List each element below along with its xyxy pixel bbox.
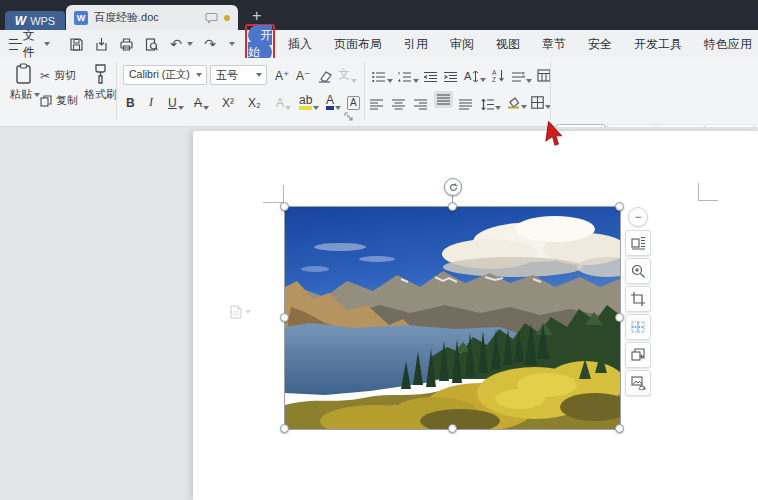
qat-more-chevron[interactable] [229, 42, 235, 46]
export-pdf-button[interactable] [93, 36, 109, 52]
highlight-color-button[interactable]: ab [299, 94, 319, 110]
align-right-button[interactable] [414, 94, 427, 110]
align-left-button[interactable] [370, 94, 383, 110]
show-marks-button[interactable]: ¶ [512, 67, 532, 83]
tab-page-layout[interactable]: 页面布局 [323, 32, 393, 57]
font-dialog-launcher[interactable] [344, 112, 357, 125]
resize-handle-e[interactable] [615, 313, 624, 322]
group-separator [550, 62, 551, 120]
format-painter-label: 格式刷 [84, 87, 117, 102]
grow-font-button[interactable]: A⁺ [275, 67, 289, 83]
zoom-picture-button[interactable] [625, 258, 651, 284]
resize-handle-nw[interactable] [280, 202, 289, 211]
svg-text:A: A [492, 69, 497, 76]
redo-button[interactable]: ↷ [202, 36, 218, 52]
selected-picture[interactable] [285, 207, 620, 429]
font-color-button[interactable]: A [326, 94, 341, 110]
tab-home[interactable]: 开始 [248, 25, 272, 62]
comment-bubble-icon[interactable] [205, 12, 218, 24]
shading-button[interactable] [507, 93, 527, 109]
borders-button[interactable] [531, 93, 551, 109]
print-button[interactable] [118, 36, 134, 52]
tab-review[interactable]: 审阅 [439, 32, 485, 57]
shrink-font-button[interactable]: A⁻ [296, 67, 310, 83]
tab-security[interactable]: 安全 [577, 32, 623, 57]
undo-button[interactable]: ↶ [168, 36, 184, 52]
format-painter-icon [91, 63, 111, 85]
clipboard-icon [15, 63, 35, 85]
document-tab[interactable]: W 百度经验.doc [66, 5, 238, 30]
annotation-cursor-arrow [543, 121, 569, 149]
numbered-list-button[interactable] [398, 67, 419, 83]
change-picture-button[interactable] [625, 370, 651, 396]
tab-insert[interactable]: 插入 [277, 32, 323, 57]
font-size-select[interactable]: 五号 [210, 65, 267, 85]
layout-options-icon [631, 236, 646, 250]
layout-options-button[interactable] [625, 230, 651, 256]
subscript-button[interactable]: X₂ [248, 94, 261, 110]
group-separator [116, 62, 117, 120]
collapse-toolbar-button[interactable]: − [628, 207, 648, 227]
color-effect-button[interactable] [625, 314, 651, 340]
copy-picture-button[interactable] [625, 342, 651, 368]
font-size-value: 五号 [216, 68, 238, 83]
wps-logo-icon: W [15, 14, 26, 28]
scissors-icon: ✂ [40, 69, 50, 83]
bold-button[interactable]: B [126, 94, 135, 110]
tab-view[interactable]: 视图 [485, 32, 531, 57]
save-button[interactable] [68, 36, 84, 52]
object-anchor-icon[interactable] [230, 305, 251, 319]
strikethrough-button[interactable]: A [194, 94, 209, 110]
resize-handle-sw[interactable] [280, 424, 289, 433]
resize-handle-se[interactable] [615, 424, 624, 433]
bullet-list-button[interactable] [372, 67, 393, 83]
decrease-indent-button[interactable] [424, 67, 437, 83]
file-menu-label: 文件 [23, 27, 39, 61]
justify-button[interactable] [434, 91, 453, 108]
document-tab-title: 百度经验.doc [94, 10, 205, 25]
increase-indent-button[interactable] [444, 67, 457, 83]
new-tab-button[interactable]: + [252, 6, 261, 26]
cut-button[interactable]: ✂ 剪切 [40, 68, 76, 83]
copy-label: 复制 [56, 93, 78, 108]
unsaved-dot [224, 15, 230, 21]
text-direction-button[interactable]: A [464, 66, 486, 82]
copy-button[interactable]: 复制 [40, 93, 78, 108]
paste-button[interactable]: 粘贴 [10, 63, 40, 102]
clear-format-button[interactable] [317, 67, 332, 83]
italic-button[interactable]: I [149, 94, 153, 110]
underline-button[interactable]: U [168, 94, 184, 110]
tab-page-setup-icon[interactable] [537, 66, 551, 82]
svg-text:¶: ¶ [522, 71, 525, 77]
superscript-button[interactable]: X² [222, 94, 234, 110]
ribbon: 粘贴 ✂ 剪切 复制 格式刷 Calibri (正文) [0, 58, 758, 127]
char-border-button[interactable]: A [347, 94, 360, 110]
pinyin-guide-button[interactable]: 文 [338, 67, 357, 83]
tab-special-features[interactable]: 特色应用 [693, 32, 758, 57]
resize-handle-ne[interactable] [615, 202, 624, 211]
distribute-button[interactable] [459, 94, 472, 110]
sort-button[interactable]: AZ [492, 66, 505, 82]
align-center-button[interactable] [392, 94, 405, 110]
resize-handle-w[interactable] [280, 313, 289, 322]
resize-handle-n[interactable] [448, 202, 457, 211]
file-menu[interactable]: 文件 [0, 27, 56, 61]
print-preview-button[interactable] [143, 36, 159, 52]
text-effect-button[interactable]: A [276, 94, 291, 110]
wps-writer-window: W WPS W 百度经验.doc + 文件 [0, 0, 758, 500]
font-family-select[interactable]: Calibri (正文) [123, 65, 207, 85]
font-family-value: Calibri (正文) [129, 68, 190, 82]
quick-access-toolbar: ↶ ↷ [68, 36, 235, 52]
eraser-icon [317, 70, 332, 83]
tab-references[interactable]: 引用 [393, 32, 439, 57]
format-painter-button[interactable]: 格式刷 [84, 63, 117, 102]
undo-dropdown-arrow[interactable] [187, 42, 193, 46]
tab-section[interactable]: 章节 [531, 32, 577, 57]
magnifier-plus-icon [631, 264, 646, 279]
copy-icon [40, 95, 52, 107]
rotation-handle[interactable] [444, 178, 462, 196]
tab-dev-tools[interactable]: 开发工具 [623, 32, 693, 57]
line-spacing-button[interactable] [481, 94, 501, 110]
crop-picture-button[interactable] [625, 286, 651, 312]
resize-handle-s[interactable] [448, 424, 457, 433]
